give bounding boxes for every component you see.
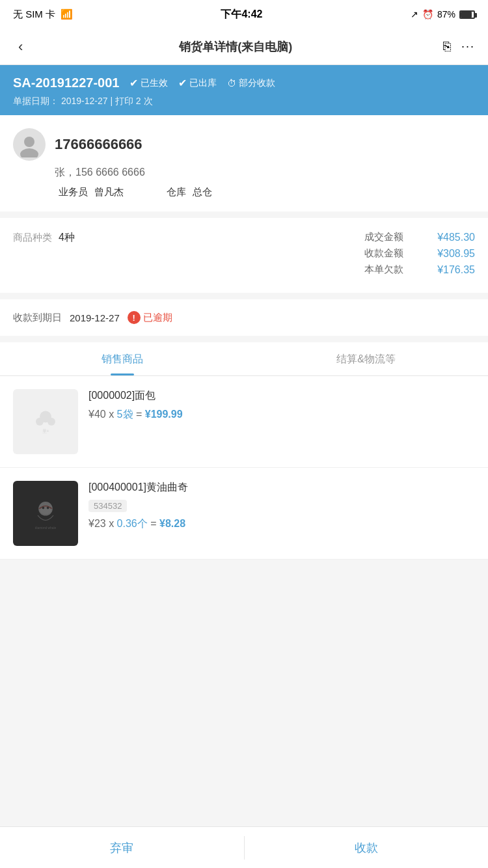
svg-point-7: [40, 506, 51, 514]
cancel-button[interactable]: 弃审: [0, 830, 244, 866]
amount-label: 成交金额: [364, 231, 403, 243]
avatar: [13, 128, 46, 161]
tab-settlement[interactable]: 结算&物流等: [244, 342, 488, 375]
svg-point-1: [20, 148, 38, 157]
list-item: diamond whale [000400001]黄油曲奇 534532 ¥23…: [0, 468, 488, 560]
share-icon[interactable]: ⎘: [443, 39, 451, 54]
back-button[interactable]: ‹: [13, 33, 28, 61]
received-label: 收款金额: [364, 247, 403, 260]
status-left: 无 SIM 卡 📶: [13, 8, 73, 21]
customer-meta: 业务员 曾凡杰 仓库 总仓: [55, 186, 475, 198]
due-date-value: 2019-12-27: [70, 312, 120, 323]
overdue-text: 已逾期: [143, 312, 172, 324]
owed-label: 本单欠款: [364, 264, 403, 276]
svg-point-8: [42, 507, 45, 509]
amounts-info: 成交金额 ¥485.30 收款金额 ¥308.95 本单欠款 ¥176.35: [364, 231, 475, 280]
customer-section: 17666666666 张，156 6666 6666 业务员 曾凡杰 仓库 总…: [0, 115, 488, 211]
customer-name: 17666666666: [55, 136, 142, 153]
product-info-1: [0000002]面包 ¥40 x 5袋 = ¥199.99: [88, 389, 475, 422]
total-1: ¥199.99: [145, 409, 183, 420]
amount-row: 成交金额 ¥485.30: [364, 231, 475, 243]
product-tag-2: 534532: [88, 500, 127, 512]
banner-doc-date: 单据日期： 2019-12-27 | 打印 2 次: [13, 96, 475, 107]
overdue-badge: ! 已逾期: [128, 311, 172, 324]
check-icon-1: ✔: [129, 77, 138, 89]
price-base-1: ¥40: [88, 409, 106, 420]
status-bar: 无 SIM 卡 📶 下午4:42 ↗ ⏰ 87%: [0, 0, 488, 29]
customer-row: 17666666666: [13, 128, 475, 161]
category-info: 商品种类 4种: [13, 231, 75, 245]
no-sim-text: 无 SIM 卡: [13, 8, 55, 21]
product-name-2: [000400001]黄油曲奇: [88, 481, 475, 495]
check-icon-2: ✔: [178, 77, 187, 89]
svg-point-9: [47, 507, 49, 509]
qty-1: 5袋: [117, 409, 133, 420]
nav-bar: ‹ 销货单详情(来自电脑) ⎘ ···: [0, 29, 488, 65]
category-count: 4种: [59, 231, 75, 245]
svg-text:diamond whale: diamond whale: [35, 526, 57, 530]
status-time: 下午4:42: [221, 8, 262, 21]
warehouse-value: 总仓: [193, 186, 212, 197]
svg-text:里+: 里+: [42, 429, 49, 433]
tab-sales-products[interactable]: 销售商品: [0, 342, 244, 375]
due-date-label: 收款到期日: [13, 312, 62, 324]
header-banner: SA-20191227-001 ✔ 已生效 ✔ 已出库 ⏱ 部分收款 单据日期：…: [0, 65, 488, 115]
product-image-2: diamond whale: [13, 481, 78, 546]
clock-icon: ⏱: [227, 78, 236, 88]
bottom-bar: 弃审 收款: [0, 826, 488, 868]
page-title: 销货单详情(来自电脑): [179, 39, 292, 55]
owed-value: ¥176.35: [416, 264, 475, 276]
more-icon[interactable]: ···: [461, 40, 475, 53]
product-price-2: ¥23 x 0.36个 = ¥8.28: [88, 517, 475, 531]
wifi-icon: 📶: [61, 8, 73, 20]
overdue-icon: !: [128, 311, 141, 324]
salesperson-value: 曾凡杰: [94, 186, 124, 197]
received-row: 收款金额 ¥308.95: [364, 247, 475, 260]
warehouse-info: 仓库 总仓: [163, 186, 212, 198]
summary-section: 商品种类 4种 成交金额 ¥485.30 收款金额 ¥308.95 本单欠款 ¥…: [0, 218, 488, 293]
status-badge-1: ✔ 已生效: [129, 77, 168, 89]
product-name-1: [0000002]面包: [88, 389, 475, 403]
product-image-1: 里+: [13, 389, 78, 454]
location-icon: ↗: [411, 9, 418, 20]
products-section: 里+ [0000002]面包 ¥40 x 5袋 = ¥199.99: [0, 376, 488, 560]
battery-icon: [459, 10, 475, 19]
price-base-2: ¥23: [88, 518, 106, 529]
owed-row: 本单欠款 ¥176.35: [364, 264, 475, 276]
received-value: ¥308.95: [416, 248, 475, 260]
banner-row1: SA-20191227-001 ✔ 已生效 ✔ 已出库 ⏱ 部分收款: [13, 75, 475, 90]
status-right: ↗ ⏰ 87%: [411, 9, 475, 20]
list-item: 里+ [0000002]面包 ¥40 x 5袋 = ¥199.99: [0, 376, 488, 468]
amount-value: ¥485.30: [416, 232, 475, 243]
battery-text: 87%: [437, 9, 455, 20]
warehouse-label: 仓库: [167, 186, 186, 197]
category-label: 商品种类: [13, 232, 52, 244]
customer-phone: 张，156 6666 6666: [55, 166, 475, 180]
status-badge-3: ⏱ 部分收款: [227, 77, 275, 89]
tabs-section: 销售商品 结算&物流等: [0, 342, 488, 376]
salesperson-info: 业务员 曾凡杰: [55, 186, 124, 198]
tabs-row: 销售商品 结算&物流等: [0, 342, 488, 376]
due-date-section: 收款到期日 2019-12-27 ! 已逾期: [0, 299, 488, 336]
status-badge-2: ✔ 已出库: [178, 77, 217, 89]
svg-point-3: [36, 418, 44, 426]
alarm-icon: ⏰: [422, 9, 433, 20]
svg-point-0: [24, 137, 34, 147]
svg-point-4: [47, 418, 55, 426]
salesperson-label: 业务员: [59, 186, 88, 197]
order-id: SA-20191227-001: [13, 75, 119, 90]
product-price-1: ¥40 x 5袋 = ¥199.99: [88, 408, 475, 422]
qty-2: 0.36个: [117, 518, 148, 529]
total-2: ¥8.28: [159, 518, 185, 529]
confirm-button[interactable]: 收款: [245, 830, 489, 866]
nav-actions: ⎘ ···: [443, 39, 475, 54]
product-info-2: [000400001]黄油曲奇 534532 ¥23 x 0.36个 = ¥8.…: [88, 481, 475, 531]
